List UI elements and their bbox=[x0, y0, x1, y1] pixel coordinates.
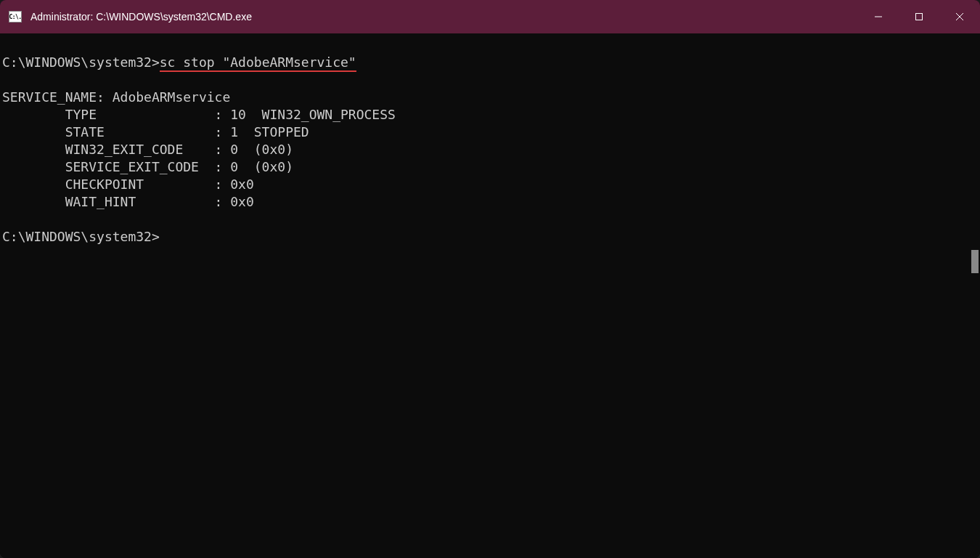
terminal-content: C:\WINDOWS\system32>sc stop "AdobeARMser… bbox=[2, 54, 978, 246]
scrollbar-thumb[interactable] bbox=[971, 250, 979, 273]
terminal-output-line: WIN32_EXIT_CODE : 0 (0x0) bbox=[2, 142, 293, 157]
prompt-path: C:\WINDOWS\system32> bbox=[2, 229, 160, 244]
cmd-icon-text: C:\. bbox=[9, 14, 21, 20]
minimize-icon bbox=[874, 12, 883, 21]
terminal-output-line: STATE : 1 STOPPED bbox=[2, 124, 309, 140]
maximize-icon bbox=[915, 12, 923, 21]
minimize-button[interactable] bbox=[858, 0, 899, 33]
terminal-output-line: SERVICE_EXIT_CODE : 0 (0x0) bbox=[2, 159, 293, 174]
window-title: Administrator: C:\WINDOWS\system32\CMD.e… bbox=[30, 11, 858, 23]
command-text: sc stop "AdobeARMservice" bbox=[160, 54, 356, 70]
svg-rect-1 bbox=[916, 14, 923, 20]
terminal-output-line: WAIT_HINT : 0x0 bbox=[2, 194, 254, 209]
terminal-output-line: CHECKPOINT : 0x0 bbox=[2, 177, 254, 192]
close-button[interactable] bbox=[939, 0, 980, 33]
scrollbar-track[interactable] bbox=[970, 33, 980, 558]
maximize-button[interactable] bbox=[899, 0, 939, 33]
cmd-window: C:\. Administrator: C:\WINDOWS\system32\… bbox=[0, 0, 980, 558]
window-controls bbox=[858, 0, 980, 33]
terminal-body[interactable]: C:\WINDOWS\system32>sc stop "AdobeARMser… bbox=[0, 33, 980, 558]
titlebar[interactable]: C:\. Administrator: C:\WINDOWS\system32\… bbox=[0, 0, 980, 33]
cmd-icon: C:\. bbox=[9, 11, 22, 23]
close-icon bbox=[955, 12, 964, 21]
prompt-path: C:\WINDOWS\system32> bbox=[2, 54, 160, 70]
terminal-output-line: TYPE : 10 WIN32_OWN_PROCESS bbox=[2, 107, 396, 122]
terminal-output-line: SERVICE_NAME: AdobeARMservice bbox=[2, 89, 230, 105]
